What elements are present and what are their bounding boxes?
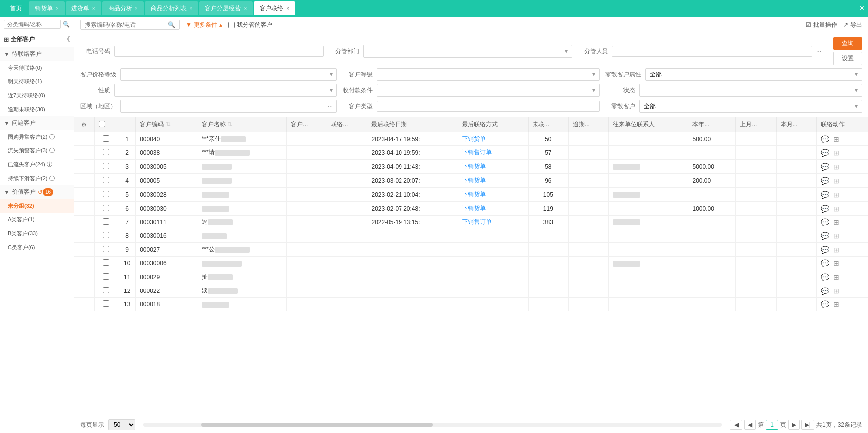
close-customer-layer-icon[interactable]: × [244, 6, 247, 11]
name-th[interactable]: 客户名称 ⇅ [198, 117, 287, 132]
close-all-tabs[interactable]: × [860, 4, 864, 13]
next-page-btn[interactable]: ▶ [788, 420, 800, 430]
my-customers-toggle[interactable]: 我分管的客户 [228, 21, 272, 29]
phone-input[interactable] [114, 46, 324, 57]
grid-action-icon[interactable]: ⊞ [833, 287, 839, 295]
nature-select[interactable]: ▾ [114, 84, 337, 97]
sidebar-search-input[interactable] [4, 20, 61, 29]
grid-action-icon[interactable]: ⊞ [833, 300, 839, 308]
code-th[interactable]: 客户编码 ⇅ [136, 117, 198, 132]
sidebar-item-7days-pending[interactable]: 近7天待联络(0) [0, 88, 74, 102]
grid-action-icon[interactable]: ⊞ [833, 246, 839, 254]
row-checkbox[interactable] [94, 160, 118, 174]
select-all-checkbox[interactable] [99, 121, 105, 127]
nav-tab-sales[interactable]: 销货单 × [29, 1, 65, 15]
nav-tab-goods-list[interactable]: 商品分析列表 × [145, 1, 199, 15]
grid-action-icon[interactable]: ⊞ [833, 232, 839, 240]
grid-action-icon[interactable]: ⊞ [833, 135, 839, 143]
sidebar-item-overdue-pending[interactable]: 逾期未联络(30) [0, 102, 74, 116]
checkbox-th[interactable] [94, 117, 118, 132]
manager-input[interactable] [612, 46, 812, 57]
comment-icon[interactable]: 💬 [821, 246, 829, 254]
nav-tab-customer-contact[interactable]: 客户联络 × [254, 1, 295, 15]
my-customers-checkbox[interactable] [228, 22, 235, 28]
grid-action-icon[interactable]: ⊞ [833, 259, 839, 267]
close-customer-contact-icon[interactable]: × [286, 6, 289, 11]
per-page-select[interactable]: 50 100 200 [108, 419, 135, 430]
sidebar-item-ungrouped[interactable]: 未分组(32) [0, 199, 74, 213]
sidebar-item-today-pending[interactable]: 今天待联络(0) [0, 61, 74, 74]
region-dots-icon[interactable]: ··· [328, 103, 333, 110]
comment-icon[interactable]: 💬 [821, 273, 829, 281]
sidebar-search-icon[interactable]: 🔍 [63, 21, 70, 28]
customer-level-select[interactable]: ▾ [377, 68, 600, 81]
nav-tab-goods-analysis[interactable]: 商品分析 × [102, 1, 144, 15]
comment-icon[interactable]: 💬 [821, 259, 829, 267]
sidebar-item-abnormal-purchase[interactable]: 囤购异常客户(2) ⓘ [0, 130, 74, 144]
more-conditions-btn[interactable]: ▼ 更多条件 ▴ [186, 21, 222, 29]
row-checkbox[interactable] [94, 243, 118, 257]
comment-icon[interactable]: 💬 [821, 191, 829, 199]
sidebar-group-pending[interactable]: ▼ 待联络客户 [0, 47, 74, 61]
close-goods-list-icon[interactable]: × [190, 6, 193, 11]
dept-select[interactable]: ▾ [363, 45, 573, 58]
sidebar-item-class-a[interactable]: A类客户(1) [0, 213, 74, 226]
row-checkbox[interactable] [94, 132, 118, 146]
nav-tab-customer-layer[interactable]: 客户分层经营 × [199, 1, 253, 15]
row-checkbox[interactable] [94, 216, 118, 229]
row-checkbox[interactable] [94, 229, 118, 243]
contact-method-link[interactable]: 下销货单 [462, 205, 486, 212]
row-checkbox[interactable] [94, 174, 118, 188]
comment-icon[interactable]: 💬 [821, 177, 829, 185]
row-checkbox[interactable] [94, 146, 118, 160]
sidebar-item-lost[interactable]: 已流失客户(24) ⓘ [0, 157, 74, 171]
nav-tab-home[interactable]: 首页 [4, 1, 28, 15]
refresh-value-icon[interactable]: ↺ [38, 189, 43, 196]
payment-select[interactable]: ▾ [377, 84, 600, 97]
collapse-icon[interactable]: 《 [64, 35, 70, 44]
contact-method-link[interactable]: 下销货单 [462, 135, 486, 142]
contact-method-link[interactable]: 下销售订单 [462, 218, 492, 225]
sidebar-item-class-c[interactable]: C类客户(6) [0, 240, 74, 254]
status-select[interactable]: ▾ [639, 84, 862, 97]
row-checkbox[interactable] [94, 270, 118, 284]
sidebar-item-declining[interactable]: 持续下滑客户(2) ⓘ [0, 171, 74, 185]
manager-dots-icon[interactable]: ··· [816, 48, 821, 55]
contact-method-link[interactable]: 下销货单 [462, 177, 486, 184]
close-goods-analysis-icon[interactable]: × [135, 6, 138, 11]
grid-action-icon[interactable]: ⊞ [833, 218, 839, 226]
comment-icon[interactable]: 💬 [821, 205, 829, 213]
comment-icon[interactable]: 💬 [821, 232, 829, 240]
search-input[interactable] [85, 21, 166, 28]
close-purchase-icon[interactable]: × [92, 6, 95, 11]
grid-action-icon[interactable]: ⊞ [833, 191, 839, 199]
comment-icon[interactable]: 💬 [821, 218, 829, 226]
sidebar-group-value[interactable]: ▼ 价值客户 ↺ 16 [0, 185, 74, 199]
settings-th[interactable]: ⚙ [74, 117, 94, 132]
comment-icon[interactable]: 💬 [821, 163, 829, 171]
row-checkbox[interactable] [94, 257, 118, 270]
contact-method-link[interactable]: 下销售订单 [462, 149, 492, 156]
price-level-select[interactable]: ▾ [120, 68, 337, 81]
row-checkbox[interactable] [94, 298, 118, 311]
sidebar-group-problem[interactable]: ▼ 问题客户 [0, 116, 74, 130]
sidebar-item-tomorrow-pending[interactable]: 明天待联络(1) [0, 74, 74, 88]
comment-icon[interactable]: 💬 [821, 287, 829, 295]
sidebar-item-class-b[interactable]: B类客户(33) [0, 226, 74, 240]
reset-button[interactable]: 设置 [833, 52, 862, 65]
query-button[interactable]: 查询 [833, 37, 862, 50]
prev-page-btn[interactable]: ◀ [744, 420, 756, 430]
row-checkbox[interactable] [94, 188, 118, 202]
export-btn[interactable]: ↗ 导出 [843, 21, 862, 29]
region-select[interactable]: ··· [120, 100, 337, 113]
all-customers-header[interactable]: ⊞ 全部客户 《 [0, 32, 74, 47]
row-checkbox[interactable] [94, 202, 118, 216]
nav-tab-purchase[interactable]: 进货单 × [66, 1, 101, 15]
grid-action-icon[interactable]: ⊞ [833, 273, 839, 281]
comment-icon[interactable]: 💬 [821, 300, 829, 308]
comment-icon[interactable]: 💬 [821, 135, 829, 143]
contact-method-link[interactable]: 下销货单 [462, 163, 486, 170]
comment-icon[interactable]: 💬 [821, 149, 829, 157]
retail-attr-select[interactable]: 全部 ▾ [645, 68, 862, 81]
close-sales-icon[interactable]: × [56, 6, 59, 11]
